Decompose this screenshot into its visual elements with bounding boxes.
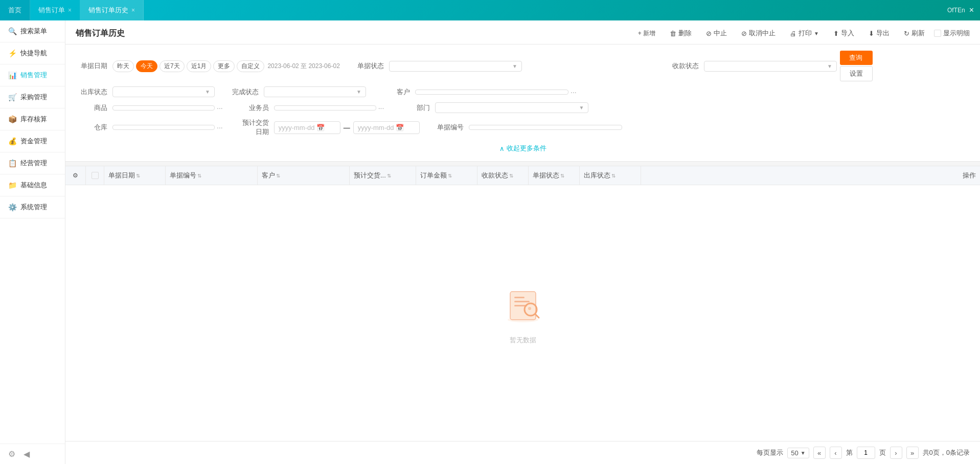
query-button[interactable]: 查询 — [840, 51, 873, 65]
th-checkbox[interactable] — [86, 166, 104, 185]
out-status-select[interactable]: ▼ — [112, 86, 215, 97]
delivery-date-start-placeholder: yyyy-mm-dd — [279, 124, 315, 131]
delivery-date-start[interactable]: yyyy-mm-dd 📅 — [274, 121, 340, 134]
sales-order-history-close-icon[interactable]: × — [131, 7, 135, 14]
out-status-chevron: ▼ — [205, 89, 210, 95]
sidebar-item-inventory[interactable]: 📦 库存核算 — [0, 108, 65, 130]
settings-button[interactable]: 设置 — [840, 66, 873, 81]
warehouse-input[interactable] — [112, 125, 215, 130]
warehouse-ellipsis[interactable]: ··· — [215, 122, 225, 132]
page-size-value: 50 — [791, 449, 798, 457]
th-out-status[interactable]: 出库状态 ⇅ — [580, 166, 641, 185]
sales-icon: 📊 — [8, 71, 16, 79]
calendar-start-icon: 📅 — [316, 124, 325, 131]
cancel-stop-button[interactable]: ⊘ 取消中止 — [736, 27, 781, 40]
show-detail-checkbox[interactable] — [934, 30, 941, 37]
table-header: ⚙ 单据日期 ⇅ 单据编号 ⇅ 客户 ⇅ 预计交货... — [65, 166, 980, 185]
refresh-button[interactable]: ↻ 刷新 — [899, 27, 930, 40]
sidebar-item-purchase[interactable]: 🛒 采购管理 — [0, 86, 65, 108]
sidebar-item-finance[interactable]: 💰 资金管理 — [0, 130, 65, 152]
often-label: OfTEn — [947, 7, 965, 14]
sidebar-item-basic-info[interactable]: 📁 基础信息 — [0, 174, 65, 196]
empty-illustration — [500, 281, 546, 327]
page-title: 销售订单历史 — [76, 28, 125, 39]
calendar-end-icon: 📅 — [396, 124, 404, 131]
export-button[interactable]: ⬇ 导出 — [863, 27, 895, 40]
select-all-checkbox[interactable] — [92, 172, 99, 179]
date-btn-7days[interactable]: 近7天 — [159, 60, 185, 72]
salesperson-ellipsis[interactable]: ··· — [376, 103, 386, 113]
th-date[interactable]: 单据日期 ⇅ — [104, 166, 166, 185]
delivery-date-end[interactable]: yyyy-mm-dd 📅 — [353, 121, 420, 134]
th-amount[interactable]: 订单金额 ⇅ — [416, 166, 477, 185]
th-order-status-label: 单据状态 — [533, 171, 559, 180]
import-button[interactable]: ⬆ 导入 — [828, 27, 859, 40]
th-delivery[interactable]: 预计交货... ⇅ — [350, 166, 416, 185]
sidebar-item-quick-nav[interactable]: ⚡ 快捷导航 — [0, 42, 65, 64]
sidebar-collapse-icon[interactable]: ◀ — [24, 449, 30, 459]
last-page-btn[interactable]: » — [906, 447, 919, 459]
sidebar-settings-icon[interactable]: ⚙ — [8, 449, 15, 459]
sidebar-item-search[interactable]: 🔍 搜索菜单 — [0, 20, 65, 42]
th-customer[interactable]: 客户 ⇅ — [258, 166, 350, 185]
page-size-select[interactable]: 50 ▼ — [787, 448, 809, 458]
filter-group-2: 出库状态 ▼ 完成状态 ▼ 客户 — [76, 86, 970, 97]
th-order-status[interactable]: 单据状态 ⇅ — [529, 166, 580, 185]
stop-button[interactable]: ⊘ 中止 — [701, 27, 732, 40]
th-date-label: 单据日期 — [108, 171, 135, 180]
out-sort-icon: ⇅ — [611, 173, 616, 179]
complete-status-select[interactable]: ▼ — [264, 86, 366, 97]
delivery-date-label: 预计交货日期 — [237, 118, 274, 137]
date-filter-label: 单据日期 — [76, 61, 112, 71]
th-receipt-status[interactable]: 收款状态 ⇅ — [477, 166, 529, 185]
date-btn-yesterday[interactable]: 昨天 — [112, 60, 134, 72]
filter-item-customer: 客户 ··· — [378, 87, 970, 97]
order-status-sort-icon: ⇅ — [560, 173, 564, 179]
delete-button[interactable]: 🗑 删除 — [665, 27, 697, 40]
filter-section: 单据日期 昨天 今天 近7天 近1月 更多 自定义 2023-06-02 至 2… — [65, 45, 980, 162]
customer-ellipsis[interactable]: ··· — [568, 87, 579, 97]
sidebar-search-label: 搜索菜单 — [20, 27, 47, 36]
prev-page-btn[interactable]: ‹ — [830, 447, 842, 459]
top-bar-right: OfTEn × — [941, 6, 980, 15]
date-btn-today[interactable]: 今天 — [136, 60, 157, 72]
th-order-no[interactable]: 单据编号 ⇅ — [166, 166, 258, 185]
finance-icon: 💰 — [8, 137, 16, 145]
first-page-btn[interactable]: « — [813, 447, 826, 459]
show-detail-wrap: 显示明细 — [934, 29, 970, 38]
salesperson-input[interactable] — [274, 105, 376, 111]
sales-order-close-icon[interactable]: × — [68, 7, 72, 14]
order-status-select[interactable]: ▼ — [389, 61, 522, 72]
th-settings[interactable]: ⚙ — [65, 166, 86, 185]
tab-sales-order-history[interactable]: 销售订单历史 × — [80, 0, 144, 20]
collapse-bar[interactable]: ∧ 收起更多条件 — [76, 142, 970, 155]
date-btn-more[interactable]: 更多 — [213, 60, 235, 72]
date-btn-custom[interactable]: 自定义 — [237, 60, 264, 72]
customer-sort-icon: ⇅ — [276, 173, 280, 179]
page-number-input[interactable] — [857, 447, 875, 459]
sales-order-history-tab-label: 销售订单历史 — [88, 6, 128, 15]
customer-input[interactable] — [415, 90, 568, 95]
print-button[interactable]: 🖨 打印 ▼ — [785, 27, 824, 40]
filter-item-warehouse: 仓库 ··· — [76, 122, 225, 132]
th-delivery-label: 预计交货... — [354, 171, 386, 180]
goods-input[interactable] — [112, 105, 215, 111]
next-page-btn[interactable]: › — [890, 447, 902, 459]
date-filter-buttons: 昨天 今天 近7天 近1月 更多 自定义 — [112, 60, 264, 72]
sidebar-item-management[interactable]: 📋 经营管理 — [0, 152, 65, 174]
tab-home[interactable]: 首页 — [0, 0, 30, 20]
window-close-icon[interactable]: × — [969, 6, 974, 15]
tab-sales-order[interactable]: 销售订单 × — [30, 0, 80, 20]
delete-icon: 🗑 — [670, 30, 676, 37]
sidebar-item-system[interactable]: ⚙️ 系统管理 — [0, 196, 65, 218]
sidebar-item-sales[interactable]: 📊 销售管理 — [0, 64, 65, 86]
date-btn-1month[interactable]: 近1月 — [187, 60, 212, 72]
receipt-status-select[interactable]: ▼ — [704, 61, 837, 72]
order-no-input[interactable] — [469, 125, 622, 130]
sidebar-finance-label: 资金管理 — [20, 137, 47, 146]
sidebar: 🔍 搜索菜单 ⚡ 快捷导航 📊 销售管理 🛒 采购管理 📦 库存核算 💰 资金管… — [0, 20, 65, 464]
goods-ellipsis[interactable]: ··· — [215, 103, 225, 113]
add-button[interactable]: + 新增 — [633, 27, 660, 40]
department-select[interactable]: ▼ — [435, 102, 588, 113]
basic-info-icon: 📁 — [8, 181, 16, 189]
